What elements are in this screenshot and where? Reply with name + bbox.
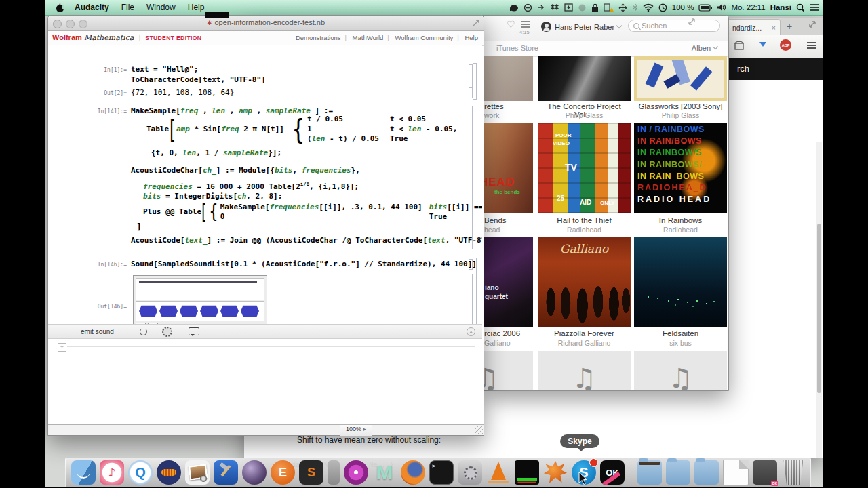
scrollbar-thumb[interactable] [817, 224, 821, 393]
wifi-icon[interactable] [643, 3, 654, 12]
menu-help[interactable]: Help [182, 3, 211, 12]
apple-menu-icon[interactable] [56, 3, 64, 13]
bookmark-icon[interactable] [734, 41, 745, 50]
dropbox-icon[interactable] [550, 3, 559, 12]
adblock-icon[interactable]: ABP [780, 39, 791, 51]
spotlight-icon[interactable] [796, 3, 805, 12]
audacity-dock-icon[interactable] [157, 460, 181, 485]
menu-file[interactable]: File [115, 3, 140, 12]
up-next-list-icon[interactable] [521, 21, 530, 22]
love-heart-icon[interactable]: ♡ [507, 19, 515, 30]
notebook-content[interactable]: In[1]:= text = "Hell@"; ToCharacterCode[… [48, 45, 482, 324]
link-demonstrations[interactable]: Demonstrations [296, 34, 341, 41]
time-machine-icon[interactable] [658, 3, 667, 12]
folder-dock-icon[interactable] [694, 460, 719, 485]
menu-icon[interactable] [807, 42, 816, 43]
install-status-icon[interactable] [564, 3, 573, 12]
album-title[interactable]: Piazzolla Forever [538, 329, 631, 338]
ok-debug-dock-icon[interactable]: OK [600, 460, 625, 485]
fullscreen-icon[interactable] [688, 18, 696, 26]
cell-bracket[interactable] [469, 106, 473, 249]
gray-app-dock-icon[interactable] [328, 460, 340, 485]
quicktime-dock-icon[interactable]: Q [128, 460, 153, 485]
insert-cell-button[interactable]: + [58, 343, 66, 352]
album-cover[interactable] [634, 56, 727, 101]
stop-button[interactable]: ■ [148, 323, 158, 325]
sort-dropdown[interactable]: Alben [692, 44, 717, 52]
emit-sound-button[interactable]: emit sound [81, 328, 114, 336]
notebook-input-area[interactable]: + [48, 339, 482, 424]
pointer-status-icon[interactable] [537, 3, 545, 12]
album-placeholder[interactable]: ♫ [484, 351, 533, 390]
album-title[interactable]: Bends [484, 216, 538, 224]
cell-bracket[interactable] [469, 64, 473, 87]
sync-warning-icon[interactable] [604, 3, 614, 12]
album-title[interactable]: Glassworks [2003 Sony] [634, 102, 727, 110]
app-status-icon[interactable] [509, 3, 519, 12]
notification-center-icon[interactable] [810, 3, 820, 12]
photos-dock-icon[interactable] [185, 460, 210, 485]
tab-close-icon[interactable]: × [772, 24, 776, 32]
gear-icon[interactable] [162, 327, 172, 337]
itunes-dock-icon[interactable]: ♪ [100, 460, 124, 485]
album-title[interactable]: In Rainbows [634, 216, 727, 224]
cell-group-bracket[interactable] [473, 258, 477, 324]
cell-bracket[interactable] [469, 274, 473, 324]
do-not-disturb-icon[interactable] [524, 3, 532, 12]
link-wolfram-community[interactable]: Wolfram Community [395, 34, 453, 41]
volume-icon[interactable] [717, 3, 726, 12]
archive-box-dock-icon[interactable] [753, 460, 777, 485]
album-cover[interactable] [634, 237, 727, 327]
album-title[interactable]: Hail to the Thief [538, 216, 631, 224]
finder-dock-icon[interactable] [71, 460, 96, 485]
album-cover[interactable] [484, 56, 533, 101]
search-input[interactable]: Suchen [628, 20, 720, 32]
vlc-dock-icon[interactable] [486, 460, 511, 485]
mathematica-dock-icon[interactable] [543, 460, 568, 485]
album-cover[interactable] [538, 56, 631, 101]
play-button[interactable]: ▶ [136, 323, 146, 325]
sublime-text-dock-icon[interactable]: S [299, 460, 323, 485]
album-cover[interactable]: POOR VIDEO TV 25 AID ONLY [538, 123, 631, 214]
menu-audacity[interactable]: Audacity [68, 3, 115, 12]
terminal-dock-icon[interactable]: >_ [429, 460, 454, 485]
move-tool-icon[interactable] [618, 3, 627, 12]
system-preferences-dock-icon[interactable] [458, 460, 482, 485]
resize-icon[interactable] [472, 19, 480, 27]
zoom-control[interactable]: 100% ▸ [340, 425, 372, 436]
download-icon[interactable] [760, 41, 766, 53]
firefox-dock-icon[interactable] [401, 460, 425, 485]
title-bar[interactable]: ✱open-information-encoder-test.nb [48, 16, 484, 30]
album-title[interactable]: rciac 2006 [484, 329, 538, 338]
album-cover[interactable]: iano quartet [484, 237, 533, 327]
cell-bracket[interactable] [469, 259, 473, 270]
e-app-dock-icon[interactable]: E [271, 460, 295, 485]
cell-bracket[interactable] [469, 87, 473, 98]
album-placeholder[interactable]: ♫ [634, 351, 727, 390]
close-bar-icon[interactable]: × [467, 327, 475, 336]
bluetooth-icon[interactable] [632, 3, 638, 12]
battery-icon[interactable] [698, 4, 712, 12]
firefox-tab-standardize[interactable]: ndardiz... × [728, 19, 781, 35]
lock-icon[interactable] [591, 3, 599, 12]
folder-dock-icon[interactable] [666, 460, 690, 485]
album-cover[interactable]: IN / RAINBOWS IN RAIN/BOWS IN RAINBOW/S … [634, 123, 727, 214]
link-help[interactable]: Help [465, 34, 478, 41]
xcode-dock-icon[interactable] [214, 460, 238, 485]
album-placeholder[interactable]: ♫ [538, 351, 631, 390]
level-meter-dock-icon[interactable] [515, 460, 539, 485]
scrollbar-track[interactable] [816, 142, 822, 458]
user-menu[interactable]: Hansi [770, 3, 791, 12]
album-title[interactable]: Feldsaiten [634, 329, 727, 338]
folder-dock-icon[interactable] [637, 460, 662, 485]
album-title[interactable]: rettes [484, 102, 538, 110]
new-tab-button[interactable]: + [787, 21, 792, 32]
link-mathworld[interactable]: MathWorld [353, 34, 384, 41]
album-cover[interactable]: HEAD the bends [484, 123, 533, 214]
fullscreen-icon[interactable] [808, 20, 816, 28]
eclipse-dock-icon[interactable] [242, 460, 267, 485]
resize-grip[interactable] [475, 426, 483, 434]
comment-icon[interactable] [189, 327, 199, 336]
trash-dock-icon[interactable] [781, 460, 806, 485]
menu-clock[interactable]: Mo. 22:11 [731, 3, 765, 12]
